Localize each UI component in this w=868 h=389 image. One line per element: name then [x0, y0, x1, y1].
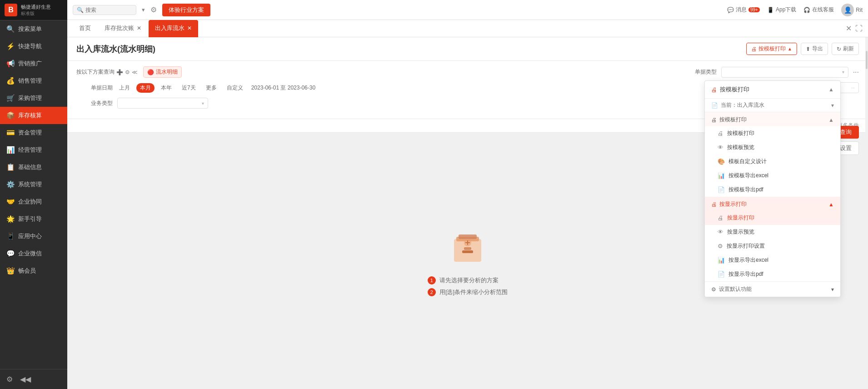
search-box[interactable]: 🔍 [73, 5, 136, 15]
sidebar-item-search[interactable]: 🔍 搜索菜单 [0, 20, 67, 38]
dp-current-arrow[interactable]: ▾ [831, 102, 834, 109]
sidebar-item-purchase[interactable]: 🛒 采购管理 [0, 90, 67, 107]
user-info[interactable]: 👤 Rit [841, 4, 863, 16]
sidebar-item-label: 搜索菜单 [18, 25, 42, 33]
topbar: 🔍 ▾ ⚙ 体验行业方案 💬 消息 99+ 📱 App下载 🎧 在线客服 👤 R [67, 0, 868, 20]
service-icon: 🎧 [803, 7, 810, 13]
date-btn-last-month[interactable]: 上月 [115, 83, 134, 93]
topbar-actions: 💬 消息 99+ 📱 App下载 🎧 在线客服 👤 Rit [727, 4, 863, 16]
trial-button[interactable]: 体验行业方案 [162, 4, 210, 16]
sidebar-item-label: 企业微信 [18, 249, 42, 258]
settings-icon[interactable]: ⚙ [6, 375, 13, 384]
filter-settings-button[interactable]: ⚙ [125, 69, 130, 75]
dp-item-template-preview[interactable]: 👁 按模板预览 [705, 140, 840, 155]
search-dropdown-icon[interactable]: ▾ [142, 6, 145, 13]
date-btn-7days[interactable]: 近7天 [178, 83, 200, 93]
member-icon: 👑 [6, 267, 15, 275]
messages-label: 消息 [736, 6, 747, 14]
dp-item-template-excel[interactable]: 📊 按模板导出excel [705, 169, 840, 183]
search-icon: 🔍 [77, 7, 84, 13]
page-header-actions: 🖨 按模板打印 ▲ ⬆ 导出 ↻ 刷新 [746, 43, 859, 60]
search-input[interactable] [85, 7, 132, 13]
dp-collapse-icon[interactable]: ▲ [828, 86, 834, 93]
date-btn-this-year[interactable]: 本年 [157, 83, 175, 93]
maximize-window-icon[interactable]: ⛶ [855, 25, 863, 33]
messages-item[interactable]: 💬 消息 99+ [727, 6, 760, 14]
dp-item-display-preview[interactable]: 👁 按显示预览 [705, 225, 840, 239]
dp-item-template-print[interactable]: 🖨 按模板打印 [705, 126, 840, 140]
sidebar-header: B 畅捷通好生意 标准版 [0, 0, 67, 20]
dp-item-display-print[interactable]: 🖨 按显示打印 [705, 211, 840, 225]
sidebar-item-system[interactable]: ⚙️ 系统管理 [0, 176, 67, 193]
tab-close-flow[interactable]: ✕ [187, 25, 192, 31]
topbar-settings-icon[interactable]: ⚙ [150, 5, 157, 14]
close-window-icon[interactable]: ✕ [846, 24, 852, 33]
guide-icon: 🌟 [6, 215, 15, 223]
sidebar-item-label: 经营管理 [18, 146, 42, 154]
dp-item-template-design[interactable]: 🎨 模板自定义设计 [705, 155, 840, 169]
filter-tag-label: 流水明细 [156, 68, 178, 76]
export-button[interactable]: ⬆ 导出 [801, 43, 828, 55]
sidebar-item-label: 基础信息 [18, 163, 42, 171]
doc-type-label: 单据类型 [695, 68, 717, 76]
avatar: 👤 [841, 4, 854, 16]
template-print-button[interactable]: 🖨 按模板打印 ▲ [746, 43, 797, 55]
sidebar-item-label: 新手引导 [18, 215, 42, 223]
biz-type-field[interactable]: ▾ [117, 98, 208, 109]
dp-footer-content: ⚙ 设置默认功能 [711, 285, 752, 293]
date-btn-more[interactable]: 更多 [202, 83, 220, 93]
sidebar-item-operation[interactable]: 📊 经营管理 [0, 141, 67, 159]
tab-close-batch[interactable]: ✕ [137, 25, 141, 31]
tab-home[interactable]: 首页 [73, 20, 97, 37]
sidebar-item-guide[interactable]: 🌟 新手引导 [0, 210, 67, 228]
tab-batch-account[interactable]: 库存批次账 ✕ [98, 20, 148, 37]
doc-type-more-icon[interactable]: ··· [853, 68, 859, 76]
date-btn-this-month[interactable]: 本月 [136, 83, 155, 93]
dp-item-display-print-settings[interactable]: ⚙ 按显示打印设置 [705, 239, 840, 253]
sidebar-item-inventory[interactable]: 📦 库存核算 [0, 107, 67, 124]
step-1-text: 请先选择要分析的方案 [439, 276, 499, 284]
brand-info: 畅捷通好生意 标准版 [21, 4, 51, 16]
message-icon: 💬 [727, 7, 734, 13]
sidebar-item-member[interactable]: 👑 畅会员 [0, 262, 67, 279]
username-label: Rit [856, 7, 863, 13]
refresh-button[interactable]: ↻ 刷新 [832, 43, 859, 55]
tab-stock-flow[interactable]: 出入库流水 ✕ [149, 20, 198, 37]
dp-item-display-pdf[interactable]: 📄 按显示导出pdf [705, 267, 840, 281]
sidebar-item-collab[interactable]: 🤝 企业协同 [0, 193, 67, 210]
date-btn-custom[interactable]: 自定义 [223, 83, 247, 93]
tab-label: 首页 [79, 24, 91, 32]
sidebar-item-basic[interactable]: 📋 基础信息 [0, 159, 67, 176]
filter-tag[interactable]: 🔴 流水明细 [143, 66, 182, 78]
main-area: 🔍 ▾ ⚙ 体验行业方案 💬 消息 99+ 📱 App下载 🎧 在线客服 👤 R [67, 0, 868, 389]
collab-icon: 🤝 [6, 198, 15, 206]
doc-type-field[interactable]: ▾ [721, 67, 848, 78]
add-filter-button[interactable]: ➕ [116, 69, 123, 75]
dp-display-section-header[interactable]: 🖨 按显示打印 ▲ [705, 197, 840, 211]
sidebar-item-label: 销售管理 [18, 77, 42, 85]
sidebar-item-wechat[interactable]: 💬 企业微信 [0, 245, 67, 262]
collapse-icon[interactable]: ◀◀ [20, 375, 31, 384]
right-scrollbar[interactable] [865, 37, 868, 389]
sidebar-item-sales[interactable]: 💰 销售管理 [0, 72, 67, 90]
sidebar-item-quick-nav[interactable]: ⚡ 快捷导航 [0, 38, 67, 55]
filter-tag-icon: 🔴 [147, 69, 154, 75]
sidebar-item-finance[interactable]: 💳 资金管理 [0, 124, 67, 141]
filter-collapse-button[interactable]: ≪ [132, 69, 138, 75]
biz-type-group: 业务类型 ▾ [91, 98, 208, 109]
sidebar-item-appstore[interactable]: 📱 应用中心 [0, 228, 67, 245]
online-service-item[interactable]: 🎧 在线客服 [803, 6, 834, 14]
refresh-icon: ↻ [837, 46, 841, 52]
app-download-item[interactable]: 📱 App下载 [767, 6, 796, 14]
tab-label: 库存批次账 [105, 24, 134, 32]
date-filters: 上月 本月 本年 近7天 更多 自定义 [115, 83, 247, 93]
empty-icon [445, 225, 490, 271]
dp-item-template-pdf[interactable]: 📄 按模板导出pdf [705, 183, 840, 197]
sidebar-item-label: 营销推广 [18, 60, 42, 68]
dp-template-section-header[interactable]: 🖨 按模板打印 ▲ [705, 112, 840, 126]
template-icon: 📄 [711, 102, 718, 109]
dp-footer[interactable]: ⚙ 设置默认功能 ▾ [705, 281, 840, 297]
sidebar-item-marketing[interactable]: 📢 营销推广 [0, 55, 67, 72]
system-icon: ⚙️ [6, 180, 15, 189]
dp-item-display-excel[interactable]: 📊 按显示导出excel [705, 253, 840, 267]
